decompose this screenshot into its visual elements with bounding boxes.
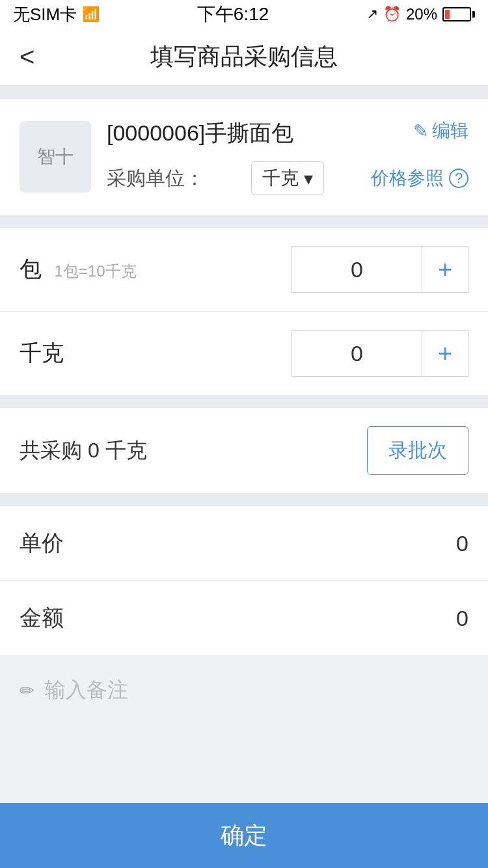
summary-divider-bottom bbox=[0, 493, 488, 506]
battery-icon bbox=[442, 7, 475, 21]
record-button[interactable]: 录批次 bbox=[367, 426, 468, 475]
quantity-row-kg: 千克 + bbox=[0, 312, 488, 395]
summary-row: 共采购 0 千克 录批次 bbox=[0, 408, 488, 493]
page-title: 填写商品采购信息 bbox=[150, 41, 338, 73]
quantity-label-bao: 包 1包=10千克 bbox=[20, 254, 291, 284]
summary-divider-top bbox=[0, 395, 488, 408]
price-value-unit: 0 bbox=[456, 531, 468, 556]
battery-percent: 20% bbox=[406, 5, 437, 23]
top-divider bbox=[0, 86, 488, 99]
product-image-text: 智十 bbox=[37, 144, 74, 169]
middle-divider bbox=[0, 215, 488, 228]
price-ref-button[interactable]: 价格参照 ? bbox=[371, 166, 468, 191]
quantity-plus-kg[interactable]: + bbox=[422, 330, 468, 377]
remark-section[interactable]: ✏ 输入备注 bbox=[0, 655, 488, 726]
price-label-total: 金额 bbox=[20, 603, 64, 633]
confirm-button[interactable]: 确定 bbox=[0, 803, 488, 868]
status-time: 下午6:12 bbox=[197, 2, 269, 27]
product-card: 智十 [0000006]手撕面包 ✎ 编辑 采购单位： 千克 ▾ 价格参照 bbox=[0, 99, 488, 215]
price-label-unit: 单价 bbox=[20, 528, 64, 558]
pencil-icon: ✏ bbox=[20, 680, 34, 701]
alarm-icon: ⏰ bbox=[383, 6, 401, 23]
product-image: 智十 bbox=[20, 121, 91, 193]
confirm-button-text: 确定 bbox=[221, 820, 267, 852]
nav-bar: < 填写商品采购信息 bbox=[0, 29, 488, 86]
price-ref-icon: ? bbox=[449, 169, 468, 188]
quantity-plus-bao[interactable]: + bbox=[422, 246, 468, 293]
edit-button[interactable]: ✎ 编辑 bbox=[413, 118, 468, 143]
wifi-icon: 📶 bbox=[82, 6, 100, 23]
edit-icon: ✎ bbox=[413, 120, 428, 142]
unit-label: 采购单位： bbox=[107, 165, 204, 192]
main-content: 智十 [0000006]手撕面包 ✎ 编辑 采购单位： 千克 ▾ 价格参照 bbox=[0, 86, 488, 868]
location-icon: ↗ bbox=[366, 6, 378, 23]
quantity-input-bao[interactable] bbox=[291, 246, 422, 293]
summary-text: 共采购 0 千克 bbox=[20, 437, 147, 465]
status-bar: 无SIM卡 📶 下午6:12 ↗ ⏰ 20% bbox=[0, 0, 488, 29]
price-row-total: 金额 0 bbox=[0, 581, 488, 655]
quantity-input-kg[interactable] bbox=[291, 330, 422, 377]
quantity-section: 包 1包=10千克 + 千克 + bbox=[0, 228, 488, 395]
back-button[interactable]: < bbox=[20, 42, 34, 72]
remark-placeholder: 输入备注 bbox=[45, 676, 128, 705]
price-value-total: 0 bbox=[456, 606, 468, 631]
quantity-input-wrap-kg: + bbox=[291, 330, 468, 377]
status-left: 无SIM卡 📶 bbox=[13, 3, 100, 26]
status-right: ↗ ⏰ 20% bbox=[366, 5, 475, 23]
price-row-unit: 单价 0 bbox=[0, 506, 488, 581]
dropdown-icon: ▾ bbox=[304, 168, 313, 189]
unit-select[interactable]: 千克 ▾ bbox=[251, 161, 324, 195]
carrier-text: 无SIM卡 bbox=[13, 3, 77, 26]
product-name-row: [0000006]手撕面包 ✎ 编辑 bbox=[107, 118, 468, 148]
quantity-label-kg: 千克 bbox=[20, 338, 291, 368]
quantity-input-wrap-bao: + bbox=[291, 246, 468, 293]
product-info: [0000006]手撕面包 ✎ 编辑 采购单位： 千克 ▾ 价格参照 ? bbox=[107, 118, 468, 195]
price-section: 单价 0 金额 0 bbox=[0, 506, 488, 655]
product-name: [0000006]手撕面包 bbox=[107, 118, 293, 148]
unit-row: 采购单位： 千克 ▾ 价格参照 ? bbox=[107, 161, 468, 195]
quantity-row-bao: 包 1包=10千克 + bbox=[0, 228, 488, 312]
